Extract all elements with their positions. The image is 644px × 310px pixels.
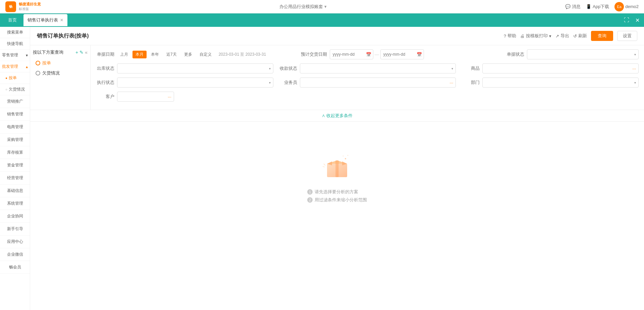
refresh-btn[interactable]: ↺ 刷新 <box>573 33 587 39</box>
template-print-btn[interactable]: 🖨 按模板打印 ▾ <box>520 33 551 39</box>
brand-name: 畅捷通好生意 标准版 <box>19 2 41 11</box>
empty-state: 1 请先选择要分析的方案 2 用过滤条件来缩小分析范围 <box>30 122 644 232</box>
scheme-dot-gray <box>36 71 40 75</box>
page-content: 销售订单执行表(按单) ? 帮助 🖨 按模板打印 ▾ ↗ 导出 <box>30 27 644 310</box>
filter-scheme-title: 按以下方案查询 <box>33 49 63 55</box>
customer-picker-icon[interactable]: ··· <box>168 94 171 99</box>
scheme-item-按单[interactable]: 按单 <box>33 58 88 68</box>
salesperson-input[interactable] <box>300 78 456 88</box>
tab-close-btn[interactable]: ✕ <box>60 18 63 22</box>
filter-salesperson: 业务员 ··· <box>279 78 456 88</box>
execution-status-label: 执行状态 <box>96 80 114 86</box>
sidebar-item-operations[interactable]: 经营管理 <box>0 172 30 185</box>
query-btn[interactable]: 查询 <box>591 31 613 41</box>
date-tabs: 上月 本月 本年 近7天 更多 自定义 <box>117 51 215 58</box>
salesperson-picker-icon[interactable]: ··· <box>450 80 453 85</box>
sidebar-item-finance[interactable]: 资金管理 <box>0 159 30 172</box>
user-menu[interactable]: Ea demo2 <box>614 2 639 11</box>
svg-rect-5 <box>335 160 339 177</box>
tab-sales-exec[interactable]: 销售订单执行表 ✕ <box>23 14 67 26</box>
current-page-label[interactable]: 办公用品行业模拟账套 ▾ <box>279 4 327 10</box>
main-layout: 搜索菜单 快捷导航 零售管理 ▾ 批发管理 ▴ ● 按单 ○ 欠货情况 营销推广… <box>0 27 644 310</box>
export-btn[interactable]: ↗ 导出 <box>555 33 569 39</box>
execution-status-select[interactable] <box>117 78 273 88</box>
filter-date: 单据日期 上月 本月 本年 近7天 更多 自定义 <box>96 51 296 58</box>
edit-scheme-btn[interactable]: ✎ <box>79 50 84 55</box>
sidebar-item-corp-wechat[interactable]: 企业微信 <box>0 248 30 261</box>
tab-bar-actions: ⛶ ✕ <box>623 16 641 24</box>
date-tab-custom[interactable]: 自定义 <box>197 51 215 58</box>
sidebar-sub-按单[interactable]: ● 按单 <box>0 72 30 84</box>
sidebar-item-retail[interactable]: 零售管理 ▾ <box>0 50 30 61</box>
brand-area: 畅 畅捷通好生意 标准版 <box>5 1 41 12</box>
filter-delivery-status: 出库状态 ▾ <box>96 63 273 73</box>
sidebar-search-label[interactable]: 搜索菜单 <box>0 27 30 38</box>
customer-input[interactable] <box>117 92 174 102</box>
collapse-more-filters-btn[interactable]: ∧ 收起更多条件 <box>30 110 644 122</box>
svg-line-10 <box>323 166 325 167</box>
calendar-end-icon: 📅 <box>417 52 422 57</box>
scheme-dot-orange <box>36 61 40 65</box>
brand-logo: 畅 <box>5 1 16 12</box>
sidebar-item-purchase[interactable]: 采购管理 <box>0 134 30 146</box>
tab-close-all-btn[interactable]: ✕ <box>633 16 641 24</box>
filter-execution-status: 执行状态 ▾ <box>96 78 273 88</box>
tab-home[interactable]: 首页 <box>3 13 22 27</box>
customer-label: 客户 <box>96 94 114 100</box>
empty-tip-2: 2 用过滤条件来缩小分析范围 <box>307 197 367 203</box>
content-area: 销售订单执行表(按单) ? 帮助 🖨 按模板打印 ▾ ↗ 导出 <box>30 27 644 310</box>
sidebar-quick-nav[interactable]: 快捷导航 <box>0 38 30 50</box>
sidebar-item-sales-mgmt[interactable]: 销售管理 <box>0 108 30 121</box>
salesperson-label: 业务员 <box>279 80 297 86</box>
sidebar-sub-欠货情况[interactable]: ○ 欠货情况 <box>0 84 30 95</box>
filter-controls: 单据日期 上月 本月 本年 近7天 更多 自定义 <box>91 45 644 110</box>
help-btn[interactable]: ? 帮助 <box>504 33 516 39</box>
date-tab-current-year[interactable]: 本年 <box>148 51 162 58</box>
filter-expected-delivery: 预计交货日期 📅 — <box>301 49 500 59</box>
department-select[interactable] <box>482 78 639 88</box>
date-tab-current-month[interactable]: 本月 <box>132 51 147 58</box>
messages-btn[interactable]: 💬 消息 <box>565 4 581 10</box>
date-tab-last-month[interactable]: 上月 <box>117 51 131 58</box>
top-header: 畅 畅捷通好生意 标准版 办公用品行业模拟账套 ▾ 💬 消息 📱 App下载 E… <box>0 0 644 13</box>
department-label: 部门 <box>461 80 480 86</box>
order-status-label: 单据状态 <box>506 51 524 57</box>
tab-fullscreen-btn[interactable]: ⛶ <box>623 16 631 24</box>
product-label: 商品 <box>461 65 480 71</box>
sidebar-item-system[interactable]: 系统管理 <box>0 197 30 210</box>
sidebar-item-app-center[interactable]: 应用中心 <box>0 236 30 248</box>
page-title-bar: 销售订单执行表(按单) ? 帮助 🖨 按模板打印 ▾ ↗ 导出 <box>30 27 644 45</box>
filter-department: 部门 ▾ <box>461 78 639 88</box>
collapse-scheme-btn[interactable]: « <box>85 50 88 55</box>
payment-status-select[interactable] <box>300 63 456 73</box>
avatar: Ea <box>614 2 624 11</box>
filter-row-1: 单据日期 上月 本月 本年 近7天 更多 自定义 <box>96 49 639 59</box>
header-actions: 💬 消息 📱 App下载 Ea demo2 <box>565 2 639 11</box>
delivery-status-label: 出库状态 <box>96 65 114 71</box>
settings-btn[interactable]: 设置 <box>617 31 637 41</box>
filter-panel: 按以下方案查询 + ✎ « 按单 欠货情况 <box>30 45 644 110</box>
sidebar-item-basic[interactable]: 基础信息 <box>0 185 30 197</box>
filter-payment-status: 收款状态 ▾ <box>279 63 456 73</box>
app-download-btn[interactable]: 📱 App下载 <box>586 4 609 10</box>
date-tab-last-7-days[interactable]: 近7天 <box>163 51 180 58</box>
sidebar-item-corp-collab[interactable]: 企业协同 <box>0 210 30 223</box>
order-status-select[interactable] <box>527 49 639 59</box>
date-tab-more[interactable]: 更多 <box>181 51 195 58</box>
empty-tip-1: 1 请先选择要分析的方案 <box>307 189 367 195</box>
product-picker-icon[interactable]: ··· <box>632 66 636 71</box>
filter-row-4: 客户 ··· <box>96 92 639 102</box>
product-input[interactable] <box>482 63 639 73</box>
tab-bar: 首页 销售订单执行表 ✕ ⛶ ✕ <box>0 13 644 27</box>
delivery-status-select[interactable] <box>117 63 273 73</box>
sidebar-item-inventory[interactable]: 库存核算 <box>0 146 30 159</box>
svg-line-9 <box>324 164 325 165</box>
sidebar-item-marketing[interactable]: 营销推广 <box>0 95 30 108</box>
sidebar-item-new-guide[interactable]: 新手引导 <box>0 223 30 236</box>
sidebar-item-wholesale[interactable]: 批发管理 ▴ <box>0 61 30 72</box>
sidebar-item-ecommerce[interactable]: 电商管理 <box>0 121 30 134</box>
add-scheme-btn[interactable]: + <box>75 50 78 55</box>
sidebar: 搜索菜单 快捷导航 零售管理 ▾ 批发管理 ▴ ● 按单 ○ 欠货情况 营销推广… <box>0 27 30 310</box>
sidebar-item-member[interactable]: 畅会员 <box>0 261 30 274</box>
scheme-item-欠货情况[interactable]: 欠货情况 <box>33 68 88 78</box>
